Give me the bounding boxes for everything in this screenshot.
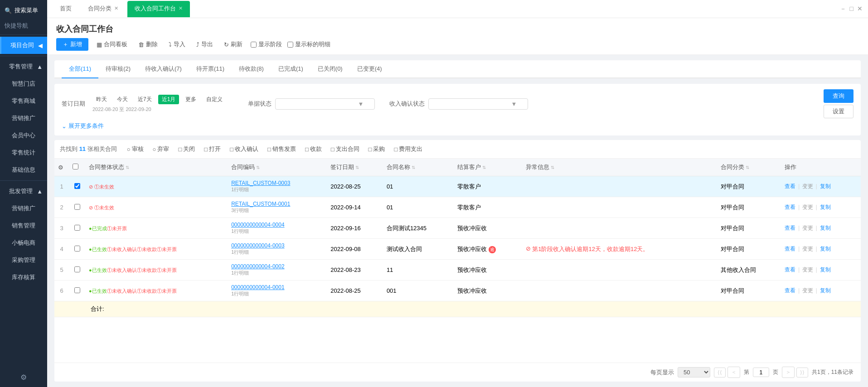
cell-checkbox-5[interactable] [69,260,85,281]
tab-contract-cat[interactable]: 合同分类 ✕ [81,1,126,17]
sidebar-item-retail-stat[interactable]: 零售统计 [0,144,47,161]
status-tab-completed[interactable]: 已完成(1) [271,60,310,78]
op-查看-1[interactable]: 查看 [785,183,795,189]
row-checkbox-5[interactable] [74,266,80,272]
row-checkbox-6[interactable] [74,287,80,293]
op-查看-4[interactable]: 查看 [785,246,795,252]
sidebar-item-retail-mall[interactable]: 零售商城 [0,92,47,110]
op-查看-5[interactable]: 查看 [785,266,795,273]
status-tab-pending-payment[interactable]: 待收款(8) [232,60,271,78]
purchase-button[interactable]: □ 采购 [366,144,388,155]
cell-checkbox-3[interactable] [69,218,85,239]
expense-output-button[interactable]: □ 费用支出 [391,144,425,155]
page-input[interactable] [753,368,769,377]
kanban-button[interactable]: ▦ 合同看板 [94,39,130,50]
last-page-btn[interactable]: ⟩⟩ [796,368,808,377]
code-link-4[interactable]: 0000000000004-0003 [231,242,323,249]
status-tab-pending-invoice[interactable]: 待开票(11) [189,60,232,78]
show-detail-checkbox-wrap[interactable]: 显示标的明细 [287,40,330,48]
op-复制-3[interactable]: 复制 [820,225,831,231]
row-checkbox-1[interactable] [74,183,80,189]
op-变更-2[interactable]: 变更 [802,204,813,210]
show-stage-checkbox-wrap[interactable]: 显示阶段 [251,40,282,48]
row-checkbox-3[interactable] [74,225,80,231]
op-变更-4[interactable]: 变更 [802,246,813,252]
audit-button[interactable]: ○ 审核 [124,144,146,155]
sidebar-item-purchase[interactable]: 采购管理 [0,252,47,269]
tab-income-work-close[interactable]: ✕ [179,5,183,11]
show-stage-checkbox[interactable] [251,42,257,48]
set-button[interactable]: 设置 [824,105,853,118]
row-checkbox-2[interactable] [74,204,80,210]
next-page-btn[interactable]: ＞ [782,367,795,378]
tab-contract-cat-close[interactable]: ✕ [114,5,118,11]
receive-button[interactable]: □ 收款 [302,144,325,155]
status-tab-pending-confirm[interactable]: 待收入确认(7) [138,60,189,78]
sidebar-nav[interactable]: 快捷导航 [0,19,47,33]
status-tab-all[interactable]: 全部(11) [62,60,98,78]
op-查看-2[interactable]: 查看 [785,204,795,210]
sidebar-item-xiaochu[interactable]: 小畅电商 [0,234,47,252]
delete-button[interactable]: 🗑 删除 [136,39,160,50]
code-link-2[interactable]: RETAIL_CUSTOM-0001 [231,201,323,207]
sidebar-item-inventory[interactable]: 库存核算 [0,269,47,286]
th-checkbox[interactable] [69,159,85,176]
code-link-3[interactable]: 0000000000004-0004 [231,222,323,228]
op-复制-2[interactable]: 复制 [820,204,831,210]
status-tab-closed[interactable]: 已关闭(0) [310,60,350,78]
op-复制-1[interactable]: 复制 [820,183,831,189]
custom-date-btn[interactable]: 自定义 [203,95,226,104]
sidebar-settings[interactable]: ⚙ [0,368,47,387]
op-变更-3[interactable]: 变更 [802,225,813,231]
sidebar-item-marketing2[interactable]: 营销推广 [0,200,47,217]
import-button[interactable]: ⤵ 导入 [166,39,188,50]
income-confirm-select[interactable]: ▼ [428,98,528,110]
close-button[interactable]: ✕ [857,5,863,13]
op-查看-6[interactable]: 查看 [785,287,795,294]
cell-checkbox-1[interactable] [69,176,85,197]
sidebar-item-project[interactable]: 项目合同 ◀ [0,37,47,54]
last7-btn[interactable]: 近7天 [134,95,155,104]
more-date-btn[interactable]: 更多 [182,95,200,104]
tab-home[interactable]: 首页 [53,1,79,17]
sidebar-search[interactable]: 🔍 搜索菜单 [0,0,47,19]
op-复制-6[interactable]: 复制 [820,287,831,294]
yesterday-btn[interactable]: 昨天 [92,95,111,104]
status-tab-changed[interactable]: 已变更(4) [350,60,389,78]
sidebar-item-wholesale[interactable]: 批发管理 ▲ [0,183,47,200]
income-confirm-button[interactable]: □ 收入确认 [227,144,261,155]
row-checkbox-4[interactable] [74,246,80,252]
tab-income-work[interactable]: 收入合同工作台 ✕ [127,1,190,17]
code-link-6[interactable]: 0000000000004-0001 [231,284,323,290]
maximize-button[interactable]: □ [850,5,853,13]
today-btn[interactable]: 今天 [113,95,131,104]
sidebar-item-retail-mgmt[interactable]: 零售管理 ▲ [0,58,47,75]
sidebar-item-marketing1[interactable]: 营销推广 [0,110,47,127]
export-button[interactable]: ⤴ 导出 [194,39,216,50]
op-复制-5[interactable]: 复制 [820,266,831,273]
query-button[interactable]: 查询 [824,89,853,103]
show-detail-checkbox[interactable] [287,42,293,48]
sidebar-item-smart-store[interactable]: 智慧门店 [0,75,47,92]
sales-invoice-button[interactable]: □ 销售发票 [265,144,299,155]
status-tab-pending-review[interactable]: 待审核(2) [98,60,138,78]
cell-checkbox-4[interactable] [69,239,85,260]
code-link-5[interactable]: 0000000000004-0002 [231,263,323,270]
expand-btn[interactable]: ⌄ 展开更多条件 [62,122,853,130]
add-button[interactable]: ＋ 新增 [56,38,88,51]
cell-checkbox-6[interactable] [69,281,85,301]
doc-status-select[interactable]: ▼ [275,98,375,110]
op-变更-6[interactable]: 变更 [802,287,813,294]
last1month-btn[interactable]: 近1月 [158,95,179,104]
output-contract-button[interactable]: □ 支出合同 [328,144,362,155]
page-size-select[interactable]: 50 20 100 [678,367,710,377]
op-复制-4[interactable]: 复制 [820,246,831,252]
refresh-button[interactable]: ↻ 刷新 [221,39,245,50]
close-contract-button[interactable]: □ 关闭 [175,144,198,155]
open-button[interactable]: □ 打开 [201,144,223,155]
op-变更-1[interactable]: 变更 [802,183,813,189]
op-变更-5[interactable]: 变更 [802,266,813,273]
sidebar-item-sales[interactable]: 销售管理 [0,217,47,234]
prev-page-btn[interactable]: ＜ [727,367,740,378]
op-查看-3[interactable]: 查看 [785,225,795,231]
